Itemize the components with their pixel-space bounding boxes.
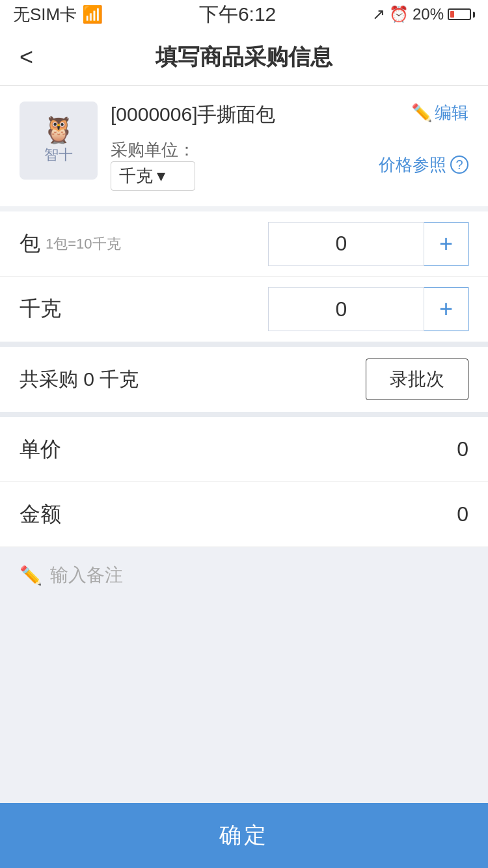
back-button[interactable]: < [20,37,40,77]
detail-section: 单价 0 金额 0 [0,417,488,547]
product-thumb-brand: 智十 [44,145,73,165]
edit-button[interactable]: ✏️ 编辑 [411,102,468,124]
purchase-unit-label: 采购单位： [111,140,195,159]
chevron-down-icon: ▾ [157,166,165,186]
price-ref-label: 价格参照 [379,154,446,176]
amount-row: 金额 0 [0,482,488,547]
kg-input-row: 千克 + [0,277,488,342]
kg-plus-button[interactable]: + [424,287,468,331]
bag-plus-button[interactable]: + [424,222,468,266]
status-right: ↗ ⏰ 20% [372,5,475,23]
purchase-unit-wrap: 采购单位： 千克 ▾ [111,139,195,191]
kg-field-wrap: + [61,287,468,331]
remark-placeholder: 输入备注 [50,563,123,588]
location-icon: ↗ [372,5,385,23]
unit-select[interactable]: 千克 ▾ [111,161,195,191]
carrier-label: 无SIM卡 [13,3,77,26]
battery-icon [448,8,475,20]
product-info: [0000006]手撕面包 ✏️ 编辑 采购单位： 千克 ▾ 价格参照 ? [111,102,468,191]
content-body [0,603,488,811]
product-name: [0000006]手撕面包 [111,102,411,128]
product-thumbnail: 🦉 智十 [20,102,98,180]
bag-field-wrap: + [121,222,468,266]
summary-text: 共采购 0 千克 [20,366,139,393]
summary-row: 共采购 0 千克 录批次 [0,347,488,412]
bag-sub-label: 1包=10千克 [46,234,121,254]
status-time: 下午6:12 [199,1,276,28]
help-icon: ? [450,156,468,174]
amount-value: 0 [457,502,468,526]
bag-label: 包 [20,230,40,258]
purchase-unit-row: 采购单位： 千克 ▾ 价格参照 ? [111,139,468,191]
record-batch-button[interactable]: 录批次 [366,359,468,400]
remark-section[interactable]: ✏️ 输入备注 [0,547,488,603]
amount-label: 金额 [20,500,61,529]
product-name-row: [0000006]手撕面包 ✏️ 编辑 [111,102,468,128]
unit-value: 千克 [119,165,153,187]
nav-bar: < 填写商品采购信息 [0,29,488,86]
status-left: 无SIM卡 📶 [13,3,103,26]
price-row: 单价 0 [0,417,488,482]
pencil-icon: ✏️ [20,565,42,586]
product-card: 🦉 智十 [0000006]手撕面包 ✏️ 编辑 采购单位： 千克 ▾ 价格参照… [0,86,488,211]
edit-icon: ✏️ [411,103,432,123]
bag-input[interactable] [268,222,424,266]
wifi-icon: 📶 [82,5,103,25]
price-label: 单价 [20,435,61,464]
input-section: 包 1包=10千克 + 千克 + [0,211,488,342]
price-ref-button[interactable]: 价格参照 ? [379,154,468,176]
product-thumb-owl-icon: 🦉 [42,116,75,142]
summary-section: 共采购 0 千克 录批次 [0,342,488,417]
kg-label: 千克 [20,295,61,323]
edit-label: 编辑 [435,102,468,124]
bag-input-row: 包 1包=10千克 + [0,211,488,277]
kg-input[interactable] [268,287,424,331]
alarm-icon: ⏰ [389,5,409,23]
battery-percent: 20% [413,5,444,23]
confirm-button[interactable]: 确定 [0,803,488,868]
page-title: 填写商品采购信息 [156,42,332,72]
price-value: 0 [457,437,468,461]
status-bar: 无SIM卡 📶 下午6:12 ↗ ⏰ 20% [0,0,488,29]
